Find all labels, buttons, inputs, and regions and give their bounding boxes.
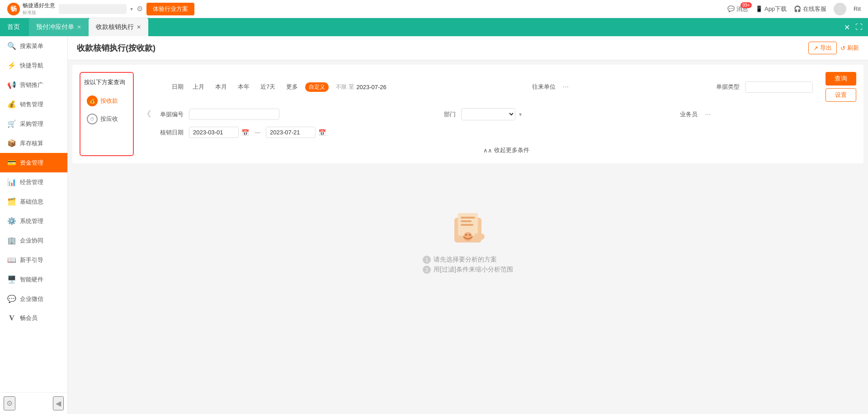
- dept-chevron-icon[interactable]: ▾: [519, 111, 522, 118]
- sidebar-item-basic-info[interactable]: 🗂️ 基础信息: [0, 192, 67, 211]
- verify-date-from-cal-icon[interactable]: 📅: [241, 129, 249, 136]
- settings-button[interactable]: 设置: [826, 88, 856, 102]
- date-btn-last-month[interactable]: 上月: [189, 82, 208, 92]
- sidebar-label-marketing: 营销推广: [20, 81, 43, 89]
- sidebar-item-marketing[interactable]: 📢 营销推广: [0, 75, 67, 95]
- svg-point-5: [474, 233, 485, 240]
- sidebar-item-enterprise[interactable]: 🏢 企业协同: [0, 231, 67, 250]
- filter-option-by-receipt[interactable]: 💰 按收款: [84, 92, 129, 110]
- date-btn-this-month[interactable]: 本月: [212, 82, 231, 92]
- sidebar-label-inventory: 库存核算: [20, 139, 43, 148]
- collapse-more-button[interactable]: ∧∧ 收起更多条件: [483, 146, 529, 154]
- date-btn-this-year[interactable]: 本年: [234, 82, 253, 92]
- marketing-icon: 📢: [7, 81, 16, 89]
- sidebar-item-business[interactable]: 📊 经营管理: [0, 172, 67, 192]
- online-service-button[interactable]: 🎧 在线客服: [794, 5, 826, 13]
- top-bar-right: 💬 消息 99+ 📱 App下载 🎧 在线客服 Rit: [727, 3, 861, 15]
- tab-home[interactable]: 首页: [0, 18, 27, 36]
- wechat-icon: 💬: [7, 295, 16, 303]
- messages-badge: 99+: [741, 2, 752, 8]
- sidebar-item-system[interactable]: ⚙️ 系统管理: [0, 211, 67, 231]
- date-no-limit-text: 不限: [336, 83, 347, 91]
- date-quick-buttons: 上月 本月 本年 近7天 更多 自定义: [189, 82, 329, 92]
- sidebar-item-search[interactable]: 🔍 搜索菜单: [0, 36, 67, 56]
- doc-type-label: 单据类型: [712, 83, 740, 91]
- query-button[interactable]: 查询: [826, 72, 856, 86]
- sidebar-bottom: ⚙ ◀: [0, 392, 67, 414]
- dropdown-icon[interactable]: ▾: [130, 6, 133, 12]
- tab-bar: 首页 预付冲应付单 ✕ 收款核销执行 ✕ ✕ ⛶: [0, 18, 868, 36]
- collapse-more-label: 收起更多条件: [494, 146, 529, 154]
- refresh-icon: ↺: [840, 45, 845, 52]
- dept-select[interactable]: [461, 108, 515, 120]
- sidebar-item-inventory[interactable]: 📦 库存核算: [0, 133, 67, 153]
- svg-point-6: [463, 232, 472, 241]
- dept-label: 部门: [429, 110, 456, 119]
- search-input[interactable]: [59, 4, 127, 14]
- svg-point-8: [469, 234, 471, 236]
- doc-type-select[interactable]: [745, 81, 813, 93]
- guide-icon: 📖: [7, 256, 16, 264]
- service-icon: 🎧: [794, 5, 801, 12]
- filter-scheme-panel: 按以下方案查询 💰 按收款 ⏱ 按应收: [80, 72, 134, 156]
- sidebar-item-quick-nav[interactable]: ⚡ 快捷导航: [0, 56, 67, 75]
- brand-name-block: 畅捷通好生意 标准版: [23, 2, 55, 16]
- filter-row-2: 单据编号 部门 ▾ 业务员 ···: [156, 108, 856, 120]
- sidebar-label-sales: 销售管理: [20, 100, 43, 109]
- date-btn-more[interactable]: 更多: [283, 82, 302, 92]
- filter-scheme-title: 按以下方案查询: [84, 78, 129, 86]
- sidebar-item-member[interactable]: V 畅会员: [0, 309, 67, 328]
- enterprise-icon: 🏢: [7, 236, 16, 245]
- tab-close-window-btn[interactable]: ✕: [842, 21, 852, 33]
- partner-ellipsis[interactable]: ···: [561, 83, 571, 91]
- sidebar-item-sales[interactable]: 💰 销售管理: [0, 95, 67, 114]
- staff-label: 业务员: [670, 110, 698, 119]
- refresh-button[interactable]: ↺ 刷新: [840, 42, 859, 54]
- home-tab-label: 首页: [7, 23, 20, 31]
- export-button[interactable]: ↗ 导出: [808, 42, 837, 54]
- sidebar-label-guide: 新手引导: [20, 256, 43, 264]
- sidebar-settings-btn[interactable]: ⚙: [4, 396, 15, 410]
- sidebar-item-purchase[interactable]: 🛒 采购管理: [0, 114, 67, 133]
- filter-option-by-receivable[interactable]: ⏱ 按应收: [84, 110, 129, 128]
- staff-ellipsis[interactable]: ···: [703, 110, 712, 119]
- tab-verify-close-icon[interactable]: ✕: [137, 24, 141, 30]
- sidebar-item-finance[interactable]: 💳 资金管理: [0, 153, 67, 172]
- verify-date-to-cal-icon[interactable]: 📅: [318, 129, 326, 136]
- page-header-actions: ↗ 导出 ↺ 刷新: [808, 42, 859, 60]
- receipt-option-label: 按收款: [100, 97, 118, 105]
- verify-date-label: 核销日期: [156, 128, 184, 137]
- dept-select-row: ▾: [461, 108, 522, 120]
- gear-icon[interactable]: ⚙: [137, 5, 143, 13]
- doc-no-input[interactable]: [189, 109, 279, 120]
- tab-prepay[interactable]: 预付冲应付单 ✕: [29, 18, 89, 36]
- export-icon: ↗: [813, 45, 818, 52]
- sidebar-collapse-btn[interactable]: ◀: [53, 396, 64, 410]
- svg-rect-4: [461, 224, 473, 226]
- export-label: 导出: [820, 44, 832, 52]
- filter-area-wrapper: 按以下方案查询 💰 按收款 ⏱ 按应收 《: [80, 72, 856, 156]
- sidebar-item-guide[interactable]: 📖 新手引导: [0, 250, 67, 270]
- verify-date-to-input[interactable]: [266, 127, 316, 138]
- verify-date-from-input[interactable]: [189, 127, 239, 138]
- svg-rect-3: [461, 220, 472, 222]
- sidebar-label-member: 畅会员: [20, 314, 38, 322]
- empty-hint-2: 2 用[过滤]条件来缩小分析范围: [423, 265, 513, 275]
- app-download-button[interactable]: 📱 App下载: [755, 5, 787, 13]
- date-btn-7days[interactable]: 近7天: [257, 82, 279, 92]
- date-btn-custom[interactable]: 自定义: [305, 82, 329, 92]
- filter-collapse-btn[interactable]: 《: [141, 72, 153, 156]
- page-title: 收款核销执行(按收款): [77, 43, 156, 59]
- trial-button[interactable]: 体验行业方案: [146, 3, 194, 15]
- action-buttons: 查询 设置: [826, 72, 856, 102]
- sidebar-label-hardware: 智能硬件: [20, 276, 43, 284]
- empty-state: 1 请先选择要分析的方案 2 用[过滤]条件来缩小分析范围: [68, 168, 868, 311]
- tab-fullscreen-btn[interactable]: ⛶: [854, 21, 864, 33]
- tab-verify[interactable]: 收款核销执行 ✕: [89, 18, 148, 36]
- sidebar-item-wechat[interactable]: 💬 企业微信: [0, 289, 67, 309]
- tab-prepay-close-icon[interactable]: ✕: [77, 24, 81, 30]
- collapse-more-section: ∧∧ 收起更多条件: [156, 143, 856, 156]
- sidebar-item-hardware[interactable]: 🖥️ 智能硬件: [0, 270, 67, 289]
- messages-button[interactable]: 💬 消息 99+: [727, 5, 748, 13]
- filter-rows: 日期 上月 本月 本年 近7天 更多 自定义 不限 至: [156, 72, 856, 138]
